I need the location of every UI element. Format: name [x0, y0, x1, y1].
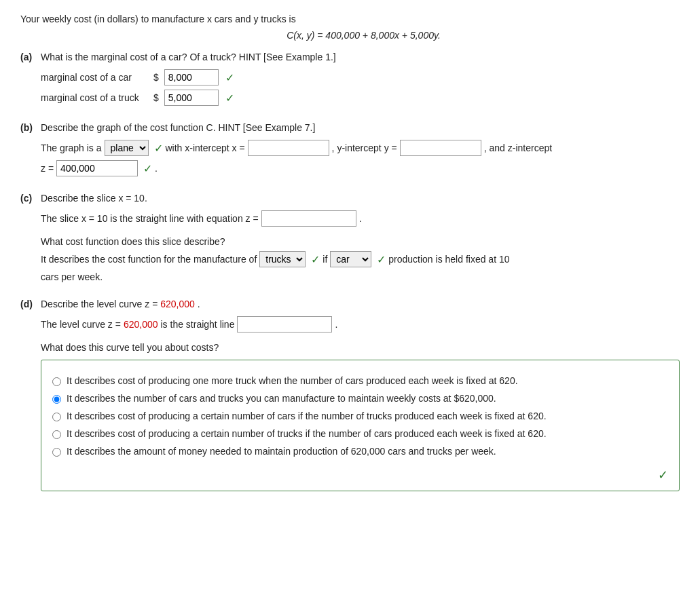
- level-curve-row: The level curve z = 620,000 is the strai…: [41, 316, 680, 332]
- radio-3[interactable]: [52, 430, 61, 439]
- production-fixed-text: production is held fixed at 10: [388, 254, 509, 265]
- radio-option-1: It describes the number of cars and truc…: [52, 393, 668, 404]
- y-intercept-prefix: , y-intercept y =: [332, 142, 397, 153]
- radio-2[interactable]: [52, 413, 61, 421]
- car-cost-label: marginal cost of a car: [41, 72, 149, 83]
- radio-1[interactable]: [52, 395, 61, 404]
- level-value-text: 620,000: [124, 319, 158, 330]
- formula-text: C(x, y) = 400,000 + 8,000x + 5,000y.: [287, 30, 441, 41]
- radio-option-3: It describes cost of producing a certain…: [52, 428, 668, 439]
- radio-label-3: It describes cost of producing a certain…: [67, 428, 547, 439]
- z-equals-label: z =: [41, 163, 54, 174]
- slice-equation-row: The slice x = 10 is the straight line wi…: [41, 210, 680, 227]
- car-cost-row: marginal cost of a car $ ✓: [41, 69, 680, 86]
- cars-per-week-label: cars per week.: [41, 271, 103, 282]
- x-intercept-prefix: with x-intercept x =: [166, 142, 245, 153]
- radio-label-4: It describes the amount of money needed …: [67, 446, 496, 457]
- car-cost-input[interactable]: [164, 69, 219, 86]
- truck-cost-input[interactable]: [164, 90, 219, 106]
- graph-prefix: The graph is a: [41, 142, 102, 153]
- part-d-question-value: 620,000: [160, 299, 195, 309]
- desc-prefix: It describes the cost function for the m…: [41, 254, 257, 265]
- z-intercept-check: ✓: [143, 162, 152, 175]
- radio-options-box: It describes cost of producing one more …: [41, 360, 680, 491]
- car-dollar-sign: $: [153, 72, 159, 83]
- radio-label-1: It describes the number of cars and truc…: [67, 393, 496, 404]
- section-b: (b) Describe the graph of the cost funct…: [20, 122, 680, 176]
- if-text: if: [323, 254, 327, 265]
- part-b-line2: z = ✓ .: [41, 160, 680, 176]
- graph-type-check: ✓: [154, 142, 163, 155]
- manufacture-check: ✓: [311, 253, 320, 266]
- radio-label-2: It describes cost of producing a certain…: [67, 411, 547, 421]
- level-line-input[interactable]: [237, 316, 332, 332]
- radio-option-0: It describes cost of producing one more …: [52, 375, 668, 386]
- part-a-label: (a): [20, 52, 35, 62]
- truck-cost-row: marginal cost of a truck $ ✓: [41, 90, 680, 106]
- level-prefix: The level curve z =: [41, 319, 121, 330]
- section-c: (c) Describe the slice x = 10. The slice…: [20, 193, 680, 282]
- part-c-label: (c): [20, 193, 35, 204]
- graph-type-dropdown[interactable]: plane line curve: [105, 140, 149, 156]
- part-c-question: Describe the slice x = 10.: [41, 193, 680, 204]
- truck-check-icon: ✓: [225, 92, 234, 104]
- formula-display: C(x, y) = 400,000 + 8,000x + 5,000y.: [48, 30, 680, 41]
- fixed-type-dropdown[interactable]: car truck: [330, 251, 371, 267]
- level-period: .: [335, 319, 337, 330]
- truck-dollar-sign: $: [153, 92, 159, 103]
- z-intercept-label-text: , and z-intercept: [484, 142, 552, 153]
- x-intercept-input[interactable]: [248, 140, 329, 156]
- slice-eq-prefix: The slice x = 10 is the straight line wi…: [41, 213, 259, 224]
- level-mid: is the straight line: [161, 319, 235, 330]
- z-period: .: [155, 163, 158, 174]
- radio-option-2: It describes cost of producing a certain…: [52, 411, 668, 421]
- cars-per-week-line: cars per week.: [41, 271, 680, 282]
- section-d: (d) Describe the level curve z = 620,000…: [20, 299, 680, 491]
- part-b-line1: The graph is a plane line curve ✓ with x…: [41, 140, 680, 156]
- what-does-label: What does this curve tell you about cost…: [41, 342, 680, 353]
- part-b-label: (b): [20, 122, 35, 133]
- truck-cost-label: marginal cost of a truck: [41, 92, 149, 103]
- radio-option-4: It describes the amount of money needed …: [52, 446, 668, 457]
- part-d-question-prefix: Describe the level curve z =: [41, 299, 158, 309]
- slice-z-input[interactable]: [261, 210, 356, 227]
- z-intercept-input[interactable]: [56, 160, 138, 176]
- fixed-type-check: ✓: [377, 253, 386, 266]
- part-b-question: Describe the graph of the cost function …: [41, 122, 680, 133]
- manufacture-type-dropdown[interactable]: trucks cars: [259, 251, 306, 267]
- radio-4[interactable]: [52, 448, 61, 457]
- slice-period: .: [359, 213, 362, 224]
- y-intercept-input[interactable]: [400, 140, 481, 156]
- car-check-icon: ✓: [225, 71, 234, 84]
- cost-function-row: It describes the cost function for the m…: [41, 251, 680, 267]
- part-d-question-suffix: .: [198, 299, 200, 309]
- what-cost-label: What cost function does this slice descr…: [41, 236, 680, 247]
- part-d-label: (d): [20, 299, 35, 309]
- radio-0[interactable]: [52, 377, 61, 386]
- part-d-checkmark: ✓: [52, 463, 668, 482]
- radio-label-0: It describes cost of producing one more …: [67, 375, 518, 386]
- intro-line1: Your weekly cost (in dollars) to manufac…: [20, 14, 680, 24]
- part-a-question: What is the marginal cost of a car? Of a…: [41, 52, 680, 62]
- section-a: (a) What is the marginal cost of a car? …: [20, 52, 680, 106]
